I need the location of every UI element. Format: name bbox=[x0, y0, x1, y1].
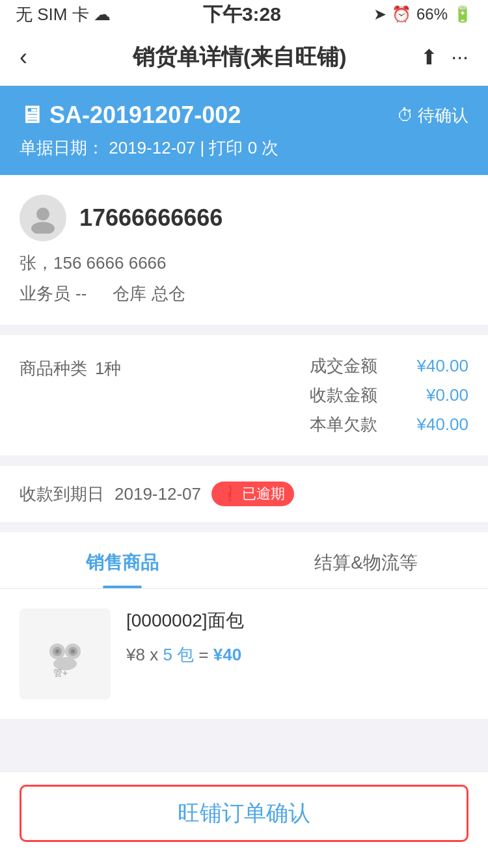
battery-icon: 🔋 bbox=[453, 5, 472, 23]
clock-icon: ⏱ bbox=[397, 105, 414, 126]
battery-label: 66% bbox=[416, 5, 448, 23]
tab-settlement[interactable]: 结算&物流等 bbox=[244, 532, 488, 588]
due-date-card: 收款到期日 2019-12-07 ❗ 已逾期 bbox=[0, 466, 488, 522]
product-details: [0000002]面包 ¥8 x 5 包 = ¥40 bbox=[126, 608, 468, 666]
user-icon bbox=[27, 202, 59, 234]
amount-summary: 成交金额 ¥40.00 收款金额 ¥0.00 本单欠款 ¥40.00 bbox=[310, 355, 468, 436]
customer-avatar bbox=[20, 195, 66, 241]
customer-card: 17666666666 张，156 6666 6666 业务员 -- 仓库 总仓 bbox=[0, 175, 488, 325]
svg-point-0 bbox=[36, 208, 49, 221]
warning-icon: ❗ bbox=[221, 485, 238, 502]
bottom-bar: 旺铺订单确认 bbox=[0, 771, 488, 868]
deal-amount-row: 成交金额 ¥40.00 bbox=[310, 355, 468, 377]
location-icon: ➤ bbox=[373, 5, 386, 23]
nav-bar: ‹ 销货单详情(来自旺铺) ⬆ ··· bbox=[0, 29, 488, 86]
received-amount-row: 收款金额 ¥0.00 bbox=[310, 384, 468, 407]
status-bar: 无 SIM 卡 ☁ 下午3:28 ➤ ⏰ 66% 🔋 bbox=[0, 0, 488, 29]
product-item: 管+ [0000002]面包 ¥8 x 5 包 = ¥40 bbox=[20, 608, 468, 699]
order-status: ⏱ 待确认 bbox=[397, 104, 468, 127]
status-time: 下午3:28 bbox=[203, 1, 281, 28]
product-price: ¥8 x 5 包 = ¥40 bbox=[126, 644, 468, 666]
confirm-order-button[interactable]: 旺铺订单确认 bbox=[20, 785, 468, 842]
page-title: 销货单详情(来自旺铺) bbox=[133, 42, 347, 72]
warehouse-info: 仓库 总仓 bbox=[113, 282, 185, 305]
order-header-card: 🖥 SA-20191207-002 ⏱ 待确认 单据日期： 2019-12-07… bbox=[0, 86, 488, 175]
order-date-line: 单据日期： 2019-12-07 | 打印 0 次 bbox=[20, 137, 468, 159]
more-button[interactable]: ··· bbox=[451, 45, 468, 69]
share-button[interactable]: ⬆ bbox=[420, 45, 438, 70]
alarm-icon: ⏰ bbox=[392, 5, 411, 23]
overdue-badge: ❗ 已逾期 bbox=[211, 481, 294, 506]
svg-text:管+: 管+ bbox=[53, 668, 68, 678]
summary-card: 商品种类 1种 成交金额 ¥40.00 收款金额 ¥0.00 本单欠款 ¥40.… bbox=[0, 335, 488, 455]
product-list: 管+ [0000002]面包 ¥8 x 5 包 = ¥40 bbox=[0, 589, 488, 719]
nav-actions: ⬆ ··· bbox=[420, 45, 468, 70]
svg-point-6 bbox=[55, 649, 59, 653]
svg-point-7 bbox=[71, 649, 75, 653]
customer-contact: 张，156 6666 6666 bbox=[20, 252, 468, 275]
svg-point-1 bbox=[31, 222, 55, 234]
status-right: ➤ ⏰ 66% 🔋 bbox=[373, 5, 472, 23]
product-type: 商品种类 1种 bbox=[20, 355, 121, 380]
sales-info: 业务员 -- bbox=[20, 282, 87, 305]
order-id: 🖥 SA-20191207-002 bbox=[20, 102, 241, 129]
product-name: [0000002]面包 bbox=[126, 608, 468, 633]
customer-phone: 17666666666 bbox=[79, 204, 223, 232]
back-button[interactable]: ‹ bbox=[20, 44, 59, 71]
owed-amount-row: 本单欠款 ¥40.00 bbox=[310, 413, 468, 436]
product-image: 管+ bbox=[39, 628, 91, 680]
order-header-top: 🖥 SA-20191207-002 ⏱ 待确认 bbox=[20, 102, 468, 129]
product-thumbnail: 管+ bbox=[20, 608, 111, 699]
sim-label: 无 SIM 卡 ☁ bbox=[16, 3, 111, 26]
tab-sales-goods[interactable]: 销售商品 bbox=[0, 532, 244, 588]
customer-top: 17666666666 bbox=[20, 195, 468, 241]
order-icon: 🖥 bbox=[20, 102, 43, 129]
tabs: 销售商品 结算&物流等 bbox=[0, 532, 488, 589]
status-left: 无 SIM 卡 ☁ bbox=[16, 3, 111, 26]
customer-meta: 业务员 -- 仓库 总仓 bbox=[20, 282, 468, 305]
